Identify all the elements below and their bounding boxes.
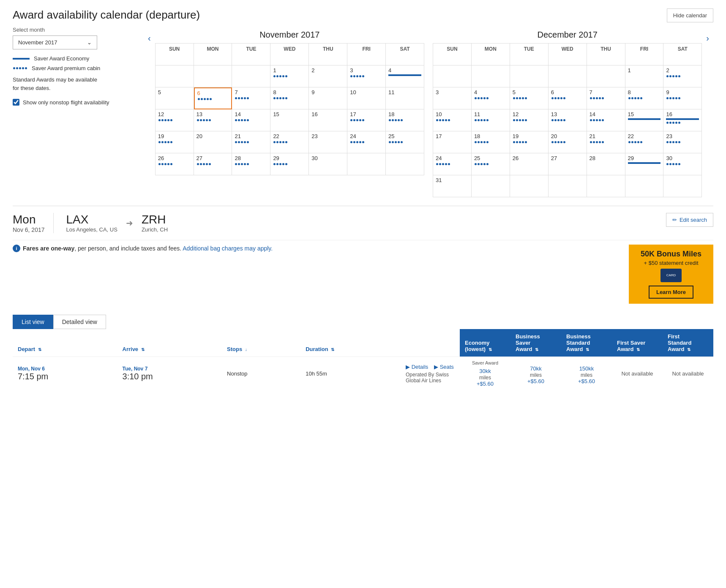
nov-day-2[interactable]: 2	[309, 65, 347, 87]
origin: LAX Los Angeles, CA, US	[66, 213, 117, 233]
nov-day-24[interactable]: 24	[347, 131, 386, 153]
dec-day-20[interactable]: 20	[549, 131, 587, 153]
nov-day-29[interactable]: 29	[270, 153, 309, 175]
nov-day-26[interactable]: 26	[156, 153, 194, 175]
stops-header[interactable]: Stops ↓	[222, 329, 300, 357]
dec-day-31[interactable]: 31	[433, 175, 472, 197]
dec-day-26[interactable]: 26	[510, 153, 549, 175]
next-arrow[interactable]: ›	[702, 31, 713, 46]
nov-day-10[interactable]: 10	[347, 87, 386, 109]
dec-day-7[interactable]: 7	[587, 87, 625, 109]
dec-day-18[interactable]: 18	[472, 131, 510, 153]
nov-day-15[interactable]: 15	[270, 109, 309, 131]
prev-nav[interactable]: ‹	[144, 27, 155, 46]
ad-learn-more-button[interactable]: Learn More	[649, 286, 693, 299]
duration-header[interactable]: Duration ⇅	[300, 329, 401, 357]
seats-link[interactable]: ▶ Seats	[434, 364, 454, 370]
nov-day-13[interactable]: 13	[194, 109, 232, 131]
dec-day-6[interactable]: 6	[549, 87, 587, 109]
economy-miles: 30kk	[465, 365, 505, 375]
business-saver-fees: +$5.60	[516, 378, 556, 384]
november-calendar: November 2017 SUN MON TUE WED THU FRI SA…	[155, 27, 424, 175]
nov-day-17[interactable]: 17	[347, 109, 386, 131]
saver-label: Saver Award	[465, 360, 505, 365]
nov-day-5[interactable]: 5	[156, 87, 194, 109]
nonstop-checkbox[interactable]	[13, 99, 19, 106]
dec-day-16[interactable]: 16	[663, 109, 702, 131]
arrive-header[interactable]: Arrive ⇅	[117, 329, 222, 357]
details-link[interactable]: ▶ Details	[406, 364, 428, 370]
dec-day-5[interactable]: 5	[510, 87, 549, 109]
dec-day-17[interactable]: 17	[433, 131, 472, 153]
nov-day-4[interactable]: 4	[386, 65, 424, 87]
arrive-sort-icon: ⇅	[141, 347, 145, 352]
nov-day-19[interactable]: 19	[156, 131, 194, 153]
nov-empty-5	[386, 153, 424, 175]
nov-day-14[interactable]: 14	[232, 109, 270, 131]
nonstop-checkbox-wrapper[interactable]: Show only nonstop flight availability	[13, 99, 131, 106]
nov-day-3[interactable]: 3	[347, 65, 386, 87]
dec-day-19[interactable]: 19	[510, 131, 549, 153]
list-view-tab[interactable]: List view	[13, 315, 53, 329]
saver-economy-line	[13, 58, 30, 60]
nov-day-25[interactable]: 25	[386, 131, 424, 153]
nov-day-27[interactable]: 27	[194, 153, 232, 175]
prev-arrow[interactable]: ‹	[144, 31, 155, 46]
dec-day-12[interactable]: 12	[510, 109, 549, 131]
dec-day-11[interactable]: 11	[472, 109, 510, 131]
dec-day-28[interactable]: 28	[587, 153, 625, 175]
nov-day-28[interactable]: 28	[232, 153, 270, 175]
november-grid: SUN MON TUE WED THU FRI SAT 1	[155, 43, 424, 175]
nov-day-21[interactable]: 21	[232, 131, 270, 153]
nov-day-18[interactable]: 18	[386, 109, 424, 131]
dec-day-23[interactable]: 23	[663, 131, 702, 153]
nov-day-22[interactable]: 22	[270, 131, 309, 153]
dec-day-10[interactable]: 10	[433, 109, 472, 131]
month-dropdown[interactable]: November 2017 ⌄	[13, 35, 97, 49]
nov-day-9[interactable]: 9	[309, 87, 347, 109]
nov-day-8[interactable]: 8	[270, 87, 309, 109]
dec-day-22[interactable]: 22	[625, 131, 664, 153]
dec-day-27[interactable]: 27	[549, 153, 587, 175]
business-standard-header[interactable]: BusinessStandardAward ⇅	[561, 329, 612, 357]
dec-day-30[interactable]: 30	[663, 153, 702, 175]
nov-day-12[interactable]: 12	[156, 109, 194, 131]
dec-day-14[interactable]: 14	[587, 109, 625, 131]
dec-day-4[interactable]: 4	[472, 87, 510, 109]
dec-day-15[interactable]: 15	[625, 109, 664, 131]
origin-name: Los Angeles, CA, US	[66, 226, 117, 233]
nonstop-label: Show only nonstop flight availability	[23, 99, 109, 106]
nov-day-6[interactable]: 6	[194, 87, 232, 109]
dec-day-1[interactable]: 1	[625, 65, 664, 87]
dec-day-29[interactable]: 29	[625, 153, 664, 175]
nov-day-20[interactable]: 20	[194, 131, 232, 153]
nov-day-30[interactable]: 30	[309, 153, 347, 175]
dec-day-24[interactable]: 24	[433, 153, 472, 175]
dec-day-25[interactable]: 25	[472, 153, 510, 175]
edit-search-button[interactable]: ✏ Edit search	[666, 213, 713, 227]
depart-time: 7:15 pm	[18, 372, 112, 381]
dec-day-header-thu: THU	[587, 44, 625, 65]
detailed-view-tab[interactable]: Detailed view	[53, 315, 106, 329]
first-standard-header[interactable]: FirstStandardAward ⇅	[663, 329, 713, 357]
next-nav[interactable]: ›	[702, 27, 713, 46]
dec-day-13[interactable]: 13	[549, 109, 587, 131]
bag-charges-link[interactable]: Additional bag charges may apply.	[183, 245, 273, 252]
dec-day-3[interactable]: 3	[433, 87, 472, 109]
first-saver-cell: Not available	[612, 357, 663, 390]
nov-day-11[interactable]: 11	[386, 87, 424, 109]
nov-day-1[interactable]: 1	[270, 65, 309, 87]
business-saver-header[interactable]: BusinessSaverAward ⇅	[510, 329, 561, 357]
depart-header[interactable]: Depart ⇅	[13, 329, 117, 357]
dec-day-9[interactable]: 9	[663, 87, 702, 109]
nov-day-23[interactable]: 23	[309, 131, 347, 153]
nov-day-16[interactable]: 16	[309, 109, 347, 131]
dec-day-8[interactable]: 8	[625, 87, 664, 109]
economy-header[interactable]: Economy(lowest) ⇅	[460, 329, 510, 357]
hide-calendar-button[interactable]: Hide calendar	[667, 8, 713, 22]
dec-day-2[interactable]: 2	[663, 65, 702, 87]
dec-empty-7	[510, 175, 549, 197]
dec-day-21[interactable]: 21	[587, 131, 625, 153]
first-saver-header[interactable]: First SaverAward ⇅	[612, 329, 663, 357]
nov-day-7[interactable]: 7	[232, 87, 270, 109]
